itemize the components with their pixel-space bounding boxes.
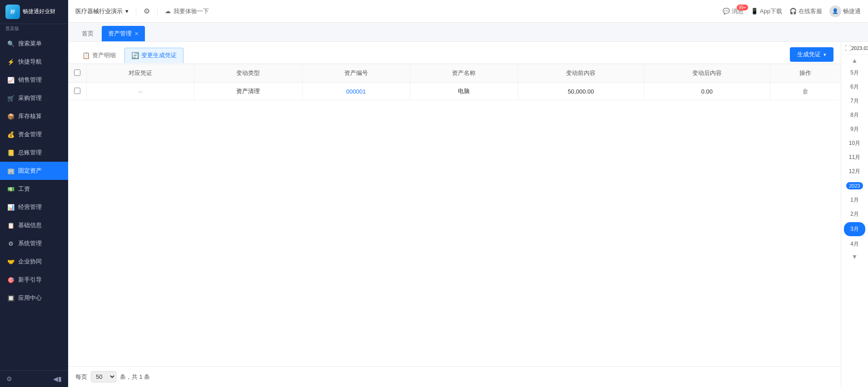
month-8[interactable]: 8月 (841, 108, 868, 122)
sidebar-item-funds[interactable]: 💰 资金管理 (0, 125, 68, 144)
app-logo-text: 畅捷通好业财 (23, 8, 55, 15)
sidebar-item-enterprise[interactable]: 🤝 企业协同 (0, 253, 68, 271)
total-text: 条，共 1 条 (120, 373, 150, 381)
col-change-type: 变动类型 (194, 64, 303, 83)
month-12[interactable]: 12月 (841, 164, 868, 179)
table-wrapper: 对应凭证 变动类型 资产编号 资产名称 变动前内容 变动后内容 操作 (68, 64, 841, 366)
row-checkbox-cell[interactable] (68, 83, 86, 100)
sidebar-item-label-enterprise: 企业协同 (18, 258, 42, 266)
content-area: 📋 资产明细 🔄 变更生成凭证 生成凭证 ▾ (68, 42, 868, 387)
generate-voucher-button[interactable]: 生成凭证 ▾ (790, 47, 833, 62)
row-before-content: 50,000.00 (518, 83, 644, 100)
experience-text: 我要体验一下 (174, 7, 209, 15)
settings-icon[interactable]: ⚙ (6, 375, 12, 382)
tab-home[interactable]: 首页 (75, 26, 100, 41)
month-10[interactable]: 10月 (841, 136, 868, 150)
sidebar-item-label-basic-info: 基础信息 (18, 221, 42, 229)
company-selector[interactable]: 医疗器械行业演示 ▾ (75, 7, 129, 15)
online-service-icon: 🎧 (789, 8, 797, 15)
sidebar-item-system[interactable]: ⚙ 系统管理 (0, 234, 68, 253)
sidebar-item-sales[interactable]: 📈 销售管理 (0, 71, 68, 89)
month-5[interactable]: 5月 (841, 66, 868, 80)
topbar-settings-icon[interactable]: ⚙ (144, 7, 150, 15)
app-center-icon: 🔲 (7, 294, 15, 302)
sidebar-item-operations[interactable]: 📊 经营管理 (0, 198, 68, 216)
subtab-change-voucher[interactable]: 🔄 变更生成凭证 (124, 48, 184, 63)
sidebar-item-salary[interactable]: 💵 工资 (0, 180, 68, 198)
company-dropdown-icon: ▾ (125, 8, 129, 15)
change-voucher-icon: 🔄 (131, 52, 139, 59)
app-download-icon: 📱 (751, 8, 758, 15)
year-label: 2023 (846, 182, 863, 189)
sidebar-logo: 好 畅捷通好业财 (0, 0, 68, 24)
basic-info-icon: 📋 (7, 222, 15, 229)
asset-detail-icon: 📋 (82, 52, 90, 59)
online-service-button[interactable]: 🎧 在线客服 (789, 7, 822, 15)
select-all-checkbox[interactable] (74, 69, 80, 76)
collapse-icon[interactable]: ◀▮ (53, 375, 62, 382)
sidebar-item-label-operations: 经营管理 (18, 203, 42, 211)
sidebar-item-ledger[interactable]: 📒 总账管理 (0, 144, 68, 162)
sidebar-item-search[interactable]: 🔍 搜索菜单 (0, 35, 68, 53)
search-icon: 🔍 (7, 40, 15, 47)
online-service-label: 在线客服 (799, 7, 822, 15)
app-download-button[interactable]: 📱 App下载 (751, 7, 782, 15)
month-2[interactable]: 2月 (841, 207, 868, 221)
month-9[interactable]: 9月 (841, 122, 868, 136)
sidebar-bottom: ⚙ ◀▮ (0, 370, 68, 387)
month-7[interactable]: 7月 (841, 94, 868, 108)
right-sidebar-year: 2023.03 (851, 45, 868, 51)
sidebar-item-guide[interactable]: 🎯 新手引导 (0, 271, 68, 289)
enterprise-icon: 🤝 (7, 258, 15, 265)
company-name: 医疗器械行业演示 (75, 7, 123, 15)
sidebar-item-quick-nav[interactable]: ⚡ 快捷导航 (0, 53, 68, 71)
sidebar-down-arrow[interactable]: ▼ (841, 251, 868, 262)
operations-icon: 📊 (7, 203, 15, 211)
month-11[interactable]: 11月 (841, 150, 868, 164)
sidebar-item-label-ledger: 总账管理 (18, 149, 42, 157)
main-area: 医疗器械行业演示 ▾ ⚙ ☁ 我要体验一下 💬 消息 99+ 📱 App下载 🎧… (68, 0, 868, 387)
experience-button[interactable]: ☁ 我要体验一下 (165, 7, 209, 15)
sidebar-up-arrow[interactable]: ▲ (841, 55, 868, 66)
system-icon: ⚙ (7, 240, 15, 247)
month-4[interactable]: 4月 (841, 237, 868, 251)
ledger-icon: 📒 (7, 149, 15, 156)
sidebar-item-app-center[interactable]: 🔲 应用中心 (0, 289, 68, 307)
user-menu[interactable]: 👤 畅捷通 (829, 5, 861, 17)
row-change-type: 资产清理 (194, 83, 303, 100)
delete-row-icon[interactable]: 🗑 (802, 88, 808, 95)
sidebar-item-label-salary: 工资 (18, 185, 30, 193)
month-1[interactable]: 1月 (841, 193, 868, 207)
col-asset-code: 资产编号 (302, 64, 410, 83)
sidebar-item-label-search: 搜索菜单 (18, 40, 42, 48)
sidebar-item-fixed-assets[interactable]: 🏢 固定资产 (0, 162, 68, 180)
row-after-content: 0.00 (644, 83, 770, 100)
sidebar-item-label-system: 系统管理 (18, 239, 42, 248)
generate-btn-dropdown-icon: ▾ (823, 52, 826, 58)
month-6[interactable]: 6月 (841, 80, 868, 94)
tab-close-icon[interactable]: ✕ (134, 31, 139, 37)
topbar-right: 💬 消息 99+ 📱 App下载 🎧 在线客服 👤 畅捷通 (723, 5, 861, 17)
per-page-select[interactable]: 50 10 20 100 (91, 371, 116, 382)
subtab-bar: 📋 资产明细 🔄 变更生成凭证 生成凭证 ▾ (68, 42, 841, 64)
col-checkbox (68, 64, 86, 83)
right-sidebar-expand-icon[interactable]: ⛶ (845, 45, 851, 52)
col-before-content: 变动前内容 (518, 64, 644, 83)
tab-asset-mgmt[interactable]: 资产管理 ✕ (102, 26, 145, 41)
topbar: 医疗器械行业演示 ▾ ⚙ ☁ 我要体验一下 💬 消息 99+ 📱 App下载 🎧… (68, 0, 868, 23)
salary-icon: 💵 (7, 185, 15, 193)
pagination: 每页 50 10 20 100 条，共 1 条 (68, 366, 841, 387)
row-asset-code[interactable]: 000001 (302, 83, 410, 100)
message-button[interactable]: 💬 消息 99+ (723, 7, 744, 15)
row-checkbox[interactable] (74, 88, 80, 94)
subtab-asset-detail[interactable]: 📋 资产明细 (75, 48, 123, 63)
sales-icon: 📈 (7, 76, 15, 84)
sidebar-edition: 普及版 (0, 24, 68, 35)
topbar-divider (136, 7, 136, 16)
sidebar-item-label-guide: 新手引导 (18, 276, 42, 284)
col-operation: 操作 (770, 64, 841, 83)
month-3-active[interactable]: 3月 (844, 222, 865, 236)
sidebar-item-purchase[interactable]: 🛒 采购管理 (0, 89, 68, 107)
sidebar-item-basic-info[interactable]: 📋 基础信息 (0, 216, 68, 234)
sidebar-item-inventory[interactable]: 📦 库存核算 (0, 107, 68, 125)
